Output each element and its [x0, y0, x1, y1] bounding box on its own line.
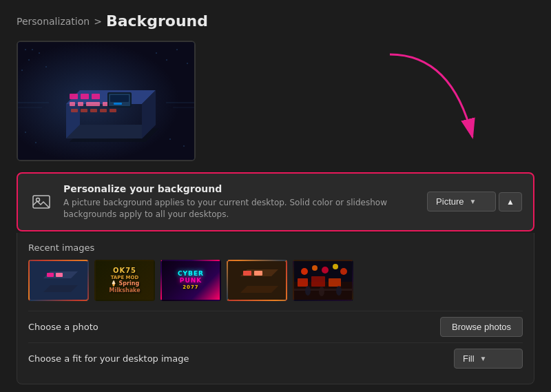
- svg-rect-3: [32, 49, 33, 50]
- svg-rect-63: [329, 278, 341, 287]
- svg-point-65: [305, 286, 311, 296]
- background-type-dropdown[interactable]: Picture ▼: [427, 192, 496, 212]
- svg-rect-32: [110, 109, 116, 112]
- recent-image-5[interactable]: [293, 260, 353, 301]
- svg-rect-14: [169, 138, 171, 140]
- image-icon: [29, 189, 54, 214]
- svg-rect-53: [254, 271, 262, 276]
- choose-photo-row: Choose a photo Browse photos: [28, 311, 523, 342]
- svg-rect-23: [92, 94, 100, 99]
- preview-monitor: [17, 41, 196, 161]
- choose-fit-row: Choose a fit for your desktop image Fill…: [28, 342, 523, 374]
- monitor-screen: [18, 42, 194, 160]
- dropdown-value: Picture: [436, 196, 464, 207]
- fit-chevron-icon: ▼: [480, 355, 487, 362]
- personalize-text: Personalize your background A picture ba…: [63, 183, 417, 220]
- fit-dropdown[interactable]: Fill ▼: [454, 349, 523, 369]
- svg-point-67: [336, 286, 342, 296]
- svg-rect-28: [71, 109, 78, 112]
- fit-value: Fill: [463, 353, 475, 364]
- content-section: Personalize your background A picture ba…: [17, 172, 534, 384]
- svg-rect-22: [81, 94, 89, 99]
- images-row: OK75 TAPE MOD 🍦 Spring Milkshake CYBER P…: [28, 260, 523, 301]
- breadcrumb-separator: >: [94, 16, 102, 27]
- svg-rect-4: [39, 52, 40, 54]
- svg-point-58: [322, 267, 329, 274]
- svg-rect-26: [86, 102, 100, 106]
- svg-rect-9: [166, 59, 167, 61]
- svg-rect-61: [298, 278, 308, 287]
- svg-rect-44: [30, 261, 87, 300]
- choose-photo-label: Choose a photo: [28, 322, 98, 332]
- svg-rect-48: [56, 273, 63, 277]
- choose-fit-label: Choose a fit for your desktop image: [28, 353, 189, 364]
- personalize-card: Personalize your background A picture ba…: [17, 172, 534, 231]
- svg-rect-31: [100, 109, 107, 112]
- recent-section: Recent images: [17, 233, 534, 384]
- recent-image-3[interactable]: CYBER PUNK 2077: [160, 260, 221, 301]
- svg-rect-47: [47, 273, 54, 277]
- svg-rect-2: [25, 49, 26, 50]
- recent-images-label: Recent images: [28, 243, 523, 253]
- chevron-down-icon: ▼: [470, 198, 477, 205]
- svg-rect-11: [187, 63, 188, 64]
- breadcrumb: Personalization > Background: [17, 12, 534, 30]
- arrow-container: [369, 48, 493, 160]
- svg-rect-8: [156, 52, 157, 54]
- svg-rect-62: [311, 276, 325, 287]
- svg-point-56: [301, 268, 308, 275]
- svg-rect-24: [70, 102, 75, 106]
- breadcrumb-parent[interactable]: Personalization: [17, 16, 90, 27]
- svg-point-59: [333, 264, 338, 269]
- svg-point-57: [312, 265, 318, 271]
- personalize-title: Personalize your background: [63, 183, 417, 194]
- svg-rect-13: [35, 142, 37, 143]
- svg-rect-21: [70, 94, 78, 99]
- svg-point-66: [319, 287, 324, 296]
- personalize-desc: A picture background applies to your cur…: [63, 197, 417, 220]
- preview-area: [17, 41, 534, 161]
- svg-rect-36: [114, 103, 122, 105]
- svg-rect-29: [81, 109, 87, 112]
- svg-rect-7: [45, 66, 47, 68]
- svg-rect-6: [21, 70, 23, 71]
- svg-rect-35: [110, 95, 129, 102]
- recent-image-4[interactable]: [227, 260, 287, 301]
- breadcrumb-current: Background: [106, 12, 208, 30]
- svg-rect-5: [28, 59, 30, 61]
- svg-rect-52: [243, 271, 251, 276]
- svg-rect-25: [78, 102, 83, 106]
- collapse-button[interactable]: ▲: [499, 192, 522, 212]
- recent-image-1[interactable]: [28, 260, 89, 301]
- svg-rect-30: [90, 109, 97, 112]
- svg-point-60: [340, 268, 347, 275]
- chevron-up-icon: ▲: [506, 197, 514, 207]
- svg-rect-27: [103, 102, 108, 106]
- svg-rect-12: [25, 132, 26, 133]
- personalize-dropdown-group: Picture ▼ ▲: [427, 192, 522, 212]
- svg-rect-10: [176, 49, 178, 50]
- browse-photos-button[interactable]: Browse photos: [440, 317, 523, 337]
- svg-rect-49: [228, 261, 286, 300]
- recent-image-2[interactable]: OK75 TAPE MOD 🍦 Spring Milkshake: [94, 260, 155, 301]
- svg-rect-15: [183, 145, 185, 147]
